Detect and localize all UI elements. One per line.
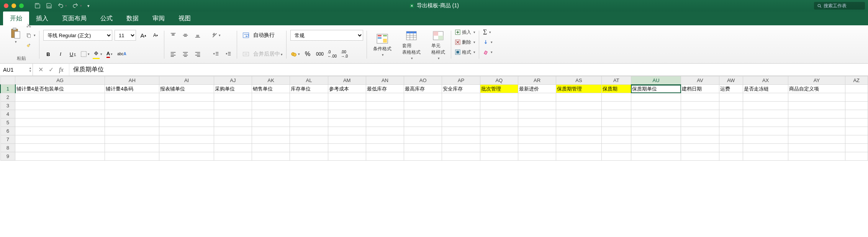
cell-AH5[interactable] (105, 118, 159, 127)
cell-AS4[interactable] (556, 110, 602, 118)
cell-AN5[interactable] (366, 118, 404, 127)
cell-AJ6[interactable] (214, 127, 252, 135)
row-header-6[interactable]: 6 (0, 127, 15, 135)
cell-AS7[interactable] (556, 135, 602, 144)
cell-AG3[interactable] (15, 102, 105, 110)
cell-AS1[interactable]: 保质期管理 (556, 85, 602, 93)
spreadsheet-grid[interactable]: AGAHAIAJAKALAMANAOAPAQARASATAUAVAWAXAYAZ… (0, 76, 868, 161)
cell-AM2[interactable] (328, 93, 366, 102)
column-header-AM[interactable]: AM (328, 76, 366, 85)
cell-AW4[interactable] (719, 110, 743, 118)
cell-AV2[interactable] (681, 93, 719, 102)
cell-AW5[interactable] (719, 118, 743, 127)
cell-AP1[interactable]: 安全库存 (442, 85, 480, 93)
cell-AO2[interactable] (404, 93, 442, 102)
cell-AQ1[interactable]: 批次管理 (480, 85, 518, 93)
cell-AI9[interactable] (159, 152, 214, 161)
format-painter-button[interactable] (26, 41, 36, 50)
redo-button[interactable] (72, 3, 82, 9)
cell-AL4[interactable] (290, 110, 328, 118)
cell-AS2[interactable] (556, 93, 602, 102)
tab-view[interactable]: 视图 (172, 12, 198, 25)
cell-AN4[interactable] (366, 110, 404, 118)
cell-AW8[interactable] (719, 144, 743, 152)
cell-AO9[interactable] (404, 152, 442, 161)
cell-AM7[interactable] (328, 135, 366, 144)
cell-AQ6[interactable] (480, 127, 518, 135)
cell-AI8[interactable] (159, 144, 214, 152)
cell-AZ2[interactable] (845, 93, 868, 102)
insert-cells-button[interactable]: 插入 (455, 28, 475, 37)
cell-AY3[interactable] (788, 102, 845, 110)
cell-AR2[interactable] (518, 93, 556, 102)
align-left-button[interactable] (168, 49, 178, 59)
cell-AO6[interactable] (404, 127, 442, 135)
cell-AS9[interactable] (556, 152, 602, 161)
cell-AY1[interactable]: 商品自定义项 (788, 85, 845, 93)
cell-AT7[interactable] (601, 135, 631, 144)
font-name-select[interactable]: 等线 Regular (正文) (43, 30, 112, 41)
tab-home[interactable]: 开始 (3, 12, 29, 25)
cell-AU9[interactable] (631, 152, 681, 161)
cell-AN3[interactable] (366, 102, 404, 110)
cell-AQ2[interactable] (480, 93, 518, 102)
cell-AO7[interactable] (404, 135, 442, 144)
row-header-1[interactable]: 1 (0, 85, 15, 93)
cell-AK2[interactable] (252, 93, 290, 102)
column-header-AN[interactable]: AN (366, 76, 404, 85)
cell-AW2[interactable] (719, 93, 743, 102)
cell-AJ3[interactable] (214, 102, 252, 110)
cell-AM9[interactable] (328, 152, 366, 161)
column-header-AW[interactable]: AW (719, 76, 743, 85)
cell-AX2[interactable] (743, 93, 788, 102)
cell-AW7[interactable] (719, 135, 743, 144)
row-header-2[interactable]: 2 (0, 93, 15, 102)
cell-AI1[interactable]: 报表辅单位 (159, 85, 214, 93)
cell-AO3[interactable] (404, 102, 442, 110)
column-header-AK[interactable]: AK (252, 76, 290, 85)
cell-AW3[interactable] (719, 102, 743, 110)
cell-AX5[interactable] (743, 118, 788, 127)
cell-AJ2[interactable] (214, 93, 252, 102)
cell-AG9[interactable] (15, 152, 105, 161)
comma-format-button[interactable]: 000 (315, 49, 325, 59)
align-top-button[interactable] (168, 30, 178, 40)
name-box-dropdown-icon[interactable]: ▲▼ (29, 67, 32, 73)
wrap-text-icon[interactable] (241, 30, 251, 40)
cell-AK8[interactable] (252, 144, 290, 152)
row-header-4[interactable]: 4 (0, 110, 15, 118)
cell-AR4[interactable] (518, 110, 556, 118)
cell-AY9[interactable] (788, 152, 845, 161)
cell-AO1[interactable]: 最高库存 (404, 85, 442, 93)
column-header-AO[interactable]: AO (404, 76, 442, 85)
cell-AP5[interactable] (442, 118, 480, 127)
cell-AI7[interactable] (159, 135, 214, 144)
autosum-button[interactable]: Σ (483, 28, 493, 37)
cell-AH9[interactable] (105, 152, 159, 161)
bold-button[interactable]: B (43, 49, 53, 59)
cell-AM6[interactable] (328, 127, 366, 135)
column-header-AY[interactable]: AY (788, 76, 845, 85)
cell-AQ5[interactable] (480, 118, 518, 127)
tab-formulas[interactable]: 公式 (93, 12, 120, 25)
cell-AO5[interactable] (404, 118, 442, 127)
cell-AZ5[interactable] (845, 118, 868, 127)
tab-page-layout[interactable]: 页面布局 (55, 12, 93, 25)
row-header-5[interactable]: 5 (0, 118, 15, 127)
cell-AN8[interactable] (366, 144, 404, 152)
cell-AH8[interactable] (105, 144, 159, 152)
delete-cells-button[interactable]: 删除 (455, 38, 475, 47)
cell-AY6[interactable] (788, 127, 845, 135)
cell-AS5[interactable] (556, 118, 602, 127)
cell-AU3[interactable] (631, 102, 681, 110)
cell-AW6[interactable] (719, 127, 743, 135)
column-header-AL[interactable]: AL (290, 76, 328, 85)
zoom-window-button[interactable] (19, 3, 24, 8)
fill-button[interactable] (483, 38, 493, 47)
tab-review[interactable]: 审阅 (146, 12, 172, 25)
number-format-select[interactable]: 常规 (290, 30, 363, 41)
cell-AS8[interactable] (556, 144, 602, 152)
cell-AL9[interactable] (290, 152, 328, 161)
cell-AH1[interactable]: 辅计量4条码 (105, 85, 159, 93)
save-icon[interactable] (46, 3, 52, 9)
